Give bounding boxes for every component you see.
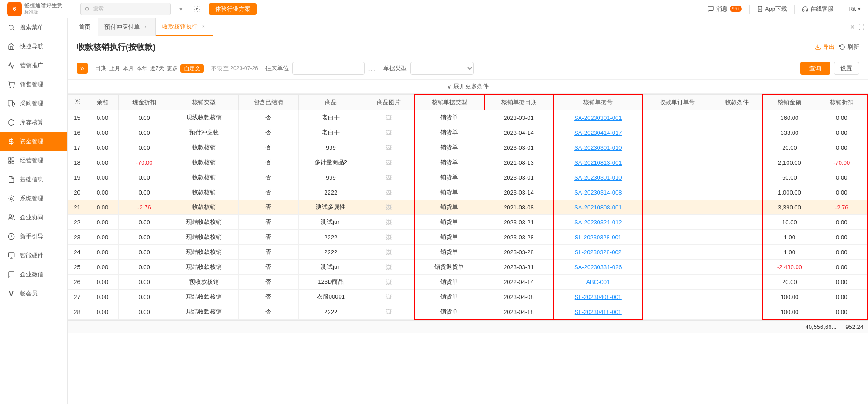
sidebar-item-hardware[interactable]: 智能硬件 [0,246,67,265]
cell-cancel-discount: 0.00 [816,230,868,245]
sidebar-item-quick-nav[interactable]: 快捷导航 [0,37,67,56]
filter-this-month[interactable]: 本月 [123,65,134,72]
sidebar-item-basic[interactable]: 基础信息 [0,170,67,189]
cell-cancel-type: 现结收款核销 [170,215,238,230]
cell-cancel-bill-date[interactable]: 2023-03-31 [484,260,554,275]
cell-cancel-type: 现结收款核销 [170,260,238,275]
cell-balance: 0.00 [86,304,119,320]
window-expand-icon[interactable]: ⛶ [858,24,864,31]
sidebar-item-guide[interactable]: 新手引导 [0,227,67,246]
sidebar-item-label: 畅会员 [20,290,38,298]
cell-cancel-bill-date[interactable]: 2023-04-08 [484,290,554,304]
sidebar-item-collab[interactable]: 企业协同 [0,208,67,227]
cell-cash-discount: -2.76 [119,200,170,215]
expand-more-button[interactable]: ∨ 展开更多条件 [447,82,489,90]
cell-include-settled: 否 [239,125,298,140]
cell-cancel-amount: 3,390.00 [763,200,816,215]
sidebar-item-marketing[interactable]: 营销推广 [0,56,67,75]
online-service-item[interactable]: 在线客服 [802,5,834,13]
cell-cancel-bill-date[interactable]: 2023-03-01 [484,140,554,155]
export-button[interactable]: 导出 [815,43,835,51]
cell-cancel-bill-date[interactable]: 2023-03-28 [484,230,554,245]
sidebar-item-finance[interactable]: 资金管理 [0,132,67,151]
cell-goods-img: 🖼 [363,170,415,185]
cell-cancel-bill-no: SA-20210813-001 [554,155,642,170]
cell-cancel-bill-no: SA-20230314-008 [554,185,642,200]
bill-type-select[interactable] [410,62,474,75]
sidebar-item-inventory[interactable]: 库存核算 [0,113,67,132]
sidebar-item-sales[interactable]: 销售管理 [0,75,67,94]
window-close-icon[interactable]: × [850,23,854,31]
cell-cancel-bill-date[interactable]: 2022-04-14 [484,275,554,290]
refresh-button[interactable]: 刷新 [839,43,859,51]
th-cancel-amount: 核销金额 [763,94,816,110]
download-icon [757,6,763,12]
cell-cancel-bill-date[interactable]: 2023-03-28 [484,245,554,260]
gear-icon[interactable] [191,3,203,15]
cell-goods: 2222 [298,230,363,245]
cell-balance: 0.00 [86,170,119,185]
cell-cancel-type: 收款核销 [170,155,238,170]
cell-cancel-discount: -70.00 [816,155,868,170]
th-settings[interactable] [68,94,86,110]
tab-prepay[interactable]: 预付冲应付单 × [98,18,156,36]
logo-text: 畅捷通谱好生意 [24,2,62,9]
cell-goods-img: 🖼 [363,230,415,245]
tab-close-prepay[interactable]: × [142,24,149,30]
cell-cancel-type: 收款核销 [170,200,238,215]
cell-cancel-bill-date[interactable]: 2023-03-01 [484,110,554,125]
svg-line-6 [13,29,14,31]
cell-cancel-bill-type: 销货单 [415,200,484,215]
separator [841,5,841,14]
tab-home[interactable]: 首页 [71,18,98,36]
cell-receipt-condition [712,170,763,185]
cell-cancel-bill-date[interactable]: 2023-03-21 [484,215,554,230]
sidebar-item-label: 库存核算 [20,119,43,127]
purchase-icon [7,100,15,108]
sidebar-item-purchase[interactable]: 采购管理 [0,94,67,113]
row-id: 17 [68,140,86,155]
sidebar-item-system[interactable]: 系统管理 [0,189,67,208]
cell-cancel-bill-date[interactable]: 2021-08-08 [484,200,554,215]
cell-goods-img: 🖼 [363,245,415,260]
cell-include-settled: 否 [239,245,298,260]
svg-point-25 [76,101,78,103]
message-item[interactable]: 消息 99+ [707,5,742,13]
query-button[interactable]: 查询 [800,62,830,75]
expand-button[interactable]: » [77,63,88,74]
table-row: 170.000.00收款核销否999🖼销货单2023-03-01SA-20230… [68,140,868,155]
cell-cancel-bill-type: 销货单 [415,155,484,170]
counterpart-input[interactable] [292,62,365,75]
table-footer: 40,556,66... 952.24 [68,320,868,333]
cell-receipt-order-no [642,245,712,260]
th-receipt-order-no: 收款单订单号 [642,94,712,110]
filter-last7[interactable]: 近7天 [150,65,164,72]
sidebar-item-search[interactable]: 搜索菜单 [0,18,67,37]
tab-receipt-cancel[interactable]: 收款核销执行 × [156,18,213,36]
cell-receipt-order-no [642,155,712,170]
cell-include-settled: 否 [239,260,298,275]
filter-last-month[interactable]: 上月 [109,65,120,72]
filter-more[interactable]: 更多 [167,65,178,72]
chevron-down-icon[interactable]: ▾ [176,5,185,14]
tab-close-receipt-cancel[interactable]: × [200,24,207,30]
settings-button[interactable]: 设置 [834,62,859,75]
trial-button[interactable]: 体验行业方案 [209,3,257,15]
filter-custom[interactable]: 自定义 [180,64,204,73]
cell-cancel-bill-no: SA-20230301-010 [554,140,642,155]
top-search-box[interactable]: 搜索... [80,3,171,15]
sidebar-item-member[interactable]: V 畅会员 [0,284,67,303]
filter-this-year[interactable]: 本年 [137,65,147,72]
sidebar-item-operations[interactable]: 经营管理 [0,151,67,170]
app-download-item[interactable]: App下载 [757,5,787,13]
cell-cancel-bill-date[interactable]: 2023-04-14 [484,125,554,140]
cell-cancel-bill-date[interactable]: 2023-03-01 [484,170,554,185]
cell-cancel-bill-date[interactable]: 2023-04-18 [484,304,554,320]
cell-cancel-bill-date[interactable]: 2023-03-14 [484,185,554,200]
cell-cancel-bill-date[interactable]: 2021-08-13 [484,155,554,170]
user-name-item[interactable]: Rit ▾ [849,5,861,12]
sidebar-item-wechat[interactable]: 企业微信 [0,265,67,284]
cell-goods-img: 🖼 [363,185,415,200]
sidebar: 搜索菜单 快捷导航 营销推广 销售管理 采购管理 库存核算 资金管理 [0,18,68,404]
svg-rect-15 [12,158,14,160]
